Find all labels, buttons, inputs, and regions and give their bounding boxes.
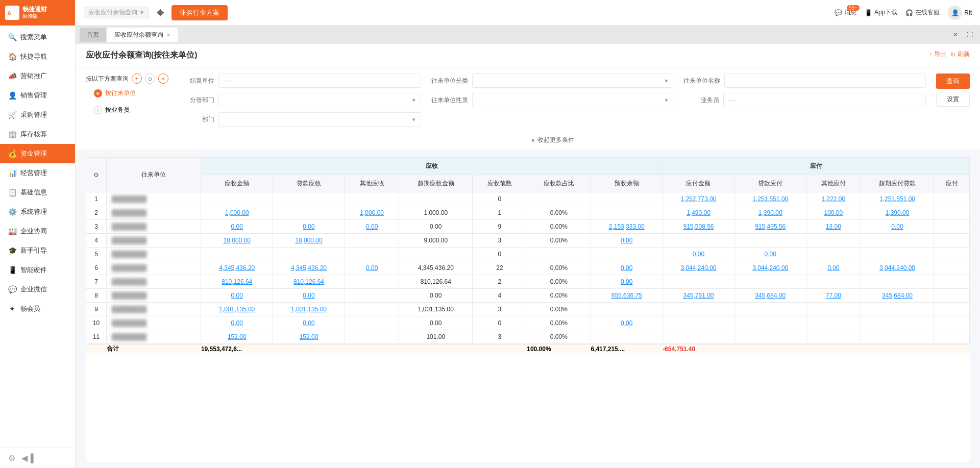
sidebar-item-basic-info[interactable]: 📋 基础信息 <box>0 183 75 202</box>
tab-expand-button[interactable]: ⛶ <box>964 29 976 41</box>
svg-text:6: 6 <box>8 11 11 16</box>
salesperson-label: 业务员 <box>683 96 719 105</box>
sidebar-label-guide: 新手引导 <box>20 246 47 255</box>
member-icon: ✦ <box>8 305 16 313</box>
filter-field-salesperson: 业务员 ··· <box>683 93 926 107</box>
total-ap-other <box>806 344 861 353</box>
sidebar-item-operations[interactable]: 📊 经营管理 <box>0 163 75 183</box>
table-row: 10████████0.000.000.0000.00%0.00 <box>86 316 970 330</box>
header-settings-button[interactable] <box>153 6 167 20</box>
user-avatar-area[interactable]: 👤 Rit <box>948 6 972 20</box>
collapse-chevron-icon: ∧ <box>531 137 535 144</box>
table-row: 4████████18,000.0018,000.009,000.0030.00… <box>86 234 970 248</box>
wechat-icon: 💬 <box>8 285 16 293</box>
col-ar-count-header: 应收笔数 <box>473 175 527 192</box>
tab-ar-ap-label: 应收应付余额查询 <box>114 31 163 39</box>
sidebar-label-enterprise: 企业协同 <box>20 227 47 236</box>
refresh-icon: ↻ <box>950 51 955 58</box>
tab-close-window-button[interactable]: ✕ <box>949 29 962 41</box>
sidebar-label-hardware: 智能硬件 <box>20 265 47 275</box>
collapse-label: 收起更多条件 <box>537 136 574 144</box>
filter-scheme-collapse-button[interactable]: « <box>158 73 168 84</box>
messages-button[interactable]: 💬 消息 99+ <box>835 8 856 17</box>
col-ar-amount-header: 应收金额 <box>201 175 273 192</box>
filter-options-settings-button[interactable]: ⊙ <box>145 73 155 84</box>
company-category-input[interactable]: ▼ <box>472 73 674 88</box>
footer-settings-icon[interactable]: ⚙ <box>8 453 15 463</box>
company-name-input[interactable] <box>724 73 926 88</box>
col-ap-group-header: 应付 <box>663 158 969 175</box>
app-logo: 6 畅捷通财 标准版 <box>0 0 75 26</box>
table-wrapper: ⚙ 往来单位 应收 应付 应收金额 贷款应收 其他应收 超期应收金额 应收笔数 <box>86 157 970 462</box>
app-download-button[interactable]: 📱 App下载 <box>865 8 897 17</box>
tab-close-icon[interactable]: ✕ <box>166 32 170 38</box>
total-ar-prepay[interactable]: 6,417,215.... <box>591 344 663 353</box>
total-ap-overdue <box>861 344 934 353</box>
app-download-label: App下载 <box>874 8 897 17</box>
sidebar-item-finance[interactable]: 💰 资金管理 <box>0 144 75 163</box>
plan-button[interactable]: 体验行业方案 <box>172 5 228 20</box>
main-content: 应收应付余额查询 ▼ 体验行业方案 💬 消息 99+ 📱 App下载 🎧 在线客… <box>76 0 980 468</box>
company-name-label: 往来单位名称 <box>683 77 720 85</box>
filter-add-button[interactable]: + <box>132 73 142 84</box>
sidebar-item-enterprise[interactable]: 🏭 企业协同 <box>0 221 75 241</box>
sidebar-item-member[interactable]: ✦ 畅会员 <box>0 299 75 318</box>
tab-home[interactable]: 首页 <box>80 28 106 42</box>
query-button[interactable]: 查询 <box>936 73 970 89</box>
sidebar-item-hardware[interactable]: 📱 智能硬件 <box>0 260 75 280</box>
sidebar-item-inventory[interactable]: 🏢 库存核算 <box>0 125 75 144</box>
division-dept-label: 分管部门 <box>179 96 214 105</box>
filter-option-by-company[interactable]: ⊕ 按往来单位 <box>90 87 168 100</box>
table-row: 2████████1,000.001,000.001,000.0010.00%1… <box>86 206 970 220</box>
app-name: 畅捷通财 <box>22 6 47 13</box>
filter-option-by-salesperson[interactable]: ○ 按业务员 <box>90 104 168 116</box>
app-edition: 标准版 <box>22 13 47 20</box>
refresh-button[interactable]: ↻ 刷新 <box>950 50 970 59</box>
footer-collapse-icon[interactable]: ◀▐ <box>21 453 33 463</box>
table-row: 11████████152.00152.00101.0030.00% <box>86 330 970 344</box>
total-ap-loan <box>734 344 806 353</box>
division-dept-input[interactable]: ▼ <box>218 93 421 107</box>
dept-input[interactable]: ▼ <box>218 112 421 127</box>
settlement-unit-input[interactable]: ··· <box>218 73 421 88</box>
page-header-actions: ↑ 导出 ↻ 刷新 <box>929 50 970 59</box>
total-ar-count <box>473 344 527 353</box>
filter-field-settlement-unit: 结算单位 ··· <box>179 73 421 88</box>
table-row: 7████████810,126.64810,126.64810,126.642… <box>86 275 970 289</box>
filter-field-dept: 部门 ▼ <box>179 112 421 127</box>
page-content: 应收应付余额查询(按往来单位) ↑ 导出 ↻ 刷新 按以下方案查询 <box>76 44 980 468</box>
search-icon: 🔍 <box>8 33 16 41</box>
logo-icon: 6 <box>5 6 19 20</box>
data-table: ⚙ 往来单位 应收 应付 应收金额 贷款应收 其他应收 超期应收金额 应收笔数 <box>86 157 970 353</box>
company-nature-input[interactable]: ▼ <box>472 93 674 107</box>
col-ar-overdue-header: 超期应收金额 <box>399 175 473 192</box>
total-ar-amount[interactable]: 19,553,472,6... <box>201 344 273 353</box>
col-ar-ratio-header: 应收款占比 <box>527 175 591 192</box>
enterprise-icon: 🏭 <box>8 227 16 235</box>
sidebar-label-finance: 资金管理 <box>20 149 47 158</box>
export-button[interactable]: ↑ 导出 <box>929 50 946 59</box>
sidebar-label-system: 系统管理 <box>20 207 47 216</box>
sidebar-nav: 🔍 搜索菜单 🏠 快捷导航 📣 营销推广 👤 销售管理 🛒 采购管理 🏢 库存核… <box>0 26 75 448</box>
sidebar-item-search[interactable]: 🔍 搜索菜单 <box>0 28 75 47</box>
col-ap-amount-header: 应付金额 <box>663 175 734 192</box>
table-row: 5████████00.000.00 <box>86 248 970 261</box>
online-service-button[interactable]: 🎧 在线客服 <box>905 8 940 17</box>
sidebar-item-marketing[interactable]: 📣 营销推广 <box>0 66 75 86</box>
sidebar-label-quick-nav: 快捷导航 <box>20 52 47 61</box>
sidebar-item-sales[interactable]: 👤 销售管理 <box>0 86 75 105</box>
sidebar-item-wechat[interactable]: 💬 企业微信 <box>0 280 75 299</box>
sidebar-item-quick-nav[interactable]: 🏠 快捷导航 <box>0 47 75 66</box>
settings-button[interactable]: 设置 <box>936 92 970 107</box>
tab-ar-ap-query[interactable]: 应收应付余额查询 ✕ <box>107 28 178 42</box>
salesperson-input[interactable]: ··· <box>723 93 926 107</box>
online-service-label: 在线客服 <box>915 8 940 17</box>
sidebar-item-guide[interactable]: 🎓 新手引导 <box>0 241 75 260</box>
total-row: 合计 19,553,472,6... 100.00% 6,417,215....… <box>86 344 970 353</box>
filter-collapse-button[interactable]: ∧ 收起更多条件 <box>531 136 574 144</box>
dept-chevron-icon: ▼ <box>411 117 416 122</box>
finance-icon: 💰 <box>8 150 16 158</box>
sidebar-item-purchase[interactable]: 🛒 采购管理 <box>0 105 75 125</box>
table-settings-icon[interactable]: ⚙ <box>93 171 99 179</box>
sidebar-item-system[interactable]: ⚙️ 系统管理 <box>0 202 75 221</box>
